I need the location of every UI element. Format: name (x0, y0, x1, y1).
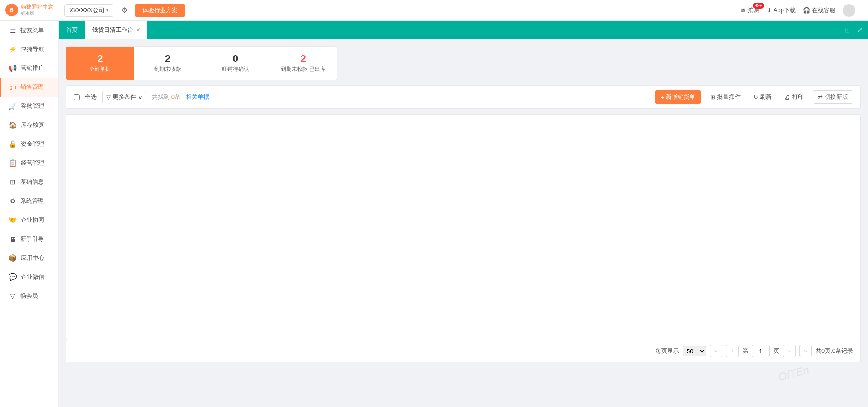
stat-card-shipped[interactable]: 2 到期未收款 已出库 (269, 47, 337, 80)
app-download-label: App下载 (774, 6, 796, 14)
workbench-tab-label: 钱货日清工作台 (92, 26, 133, 34)
pagination-bar: 每页显示 50 100 200 « ‹ 第 页 › » 共0页,0条记录 (66, 340, 861, 362)
company-selector[interactable]: XXXXXX公司 ▾ (64, 4, 113, 17)
header-right: ✉ 消息 99+ ⬇ App下载 🎧 在线客服 (741, 4, 863, 17)
finance-icon: 🔒 (9, 140, 17, 148)
filter-chevron-icon: ∨ (138, 94, 142, 101)
filter-label: 更多条件 (113, 93, 136, 101)
settings-icon[interactable]: ⚙ (117, 3, 132, 18)
stat-card-wangpu[interactable]: 0 旺铺待确认 (202, 47, 270, 80)
app-center-icon: 📦 (9, 254, 17, 262)
stat-num-overdue: 2 (143, 53, 193, 65)
tab-expand-icon[interactable]: ⤢ (855, 24, 864, 35)
stats-cards: 2 全部单据 2 到期未收款 0 旺铺待确认 2 到期未收款 已出库 (66, 46, 337, 80)
toolbar-left: 全选 ▽ 更多条件 ∨ 共找到 0条 相关单据 (74, 91, 649, 103)
switch-version-button[interactable]: ⇄ 切换新版 (813, 90, 853, 104)
sidebar-label-vip: 畅会员 (20, 292, 38, 300)
vip-icon: ▽ (9, 292, 17, 300)
sidebar-item-basic-info[interactable]: ⊞ 基础信息 (0, 173, 58, 192)
stat-label-all: 全部单据 (75, 65, 125, 73)
select-all-checkbox[interactable] (74, 94, 80, 100)
sidebar-item-app-center[interactable]: 📦 应用中心 (0, 248, 58, 267)
sidebar-item-system[interactable]: ⚙ 系统管理 (0, 192, 58, 211)
app-download-action[interactable]: ⬇ App下载 (767, 6, 796, 14)
page-last-button[interactable]: » (799, 345, 812, 357)
message-icon: ✉ (741, 7, 746, 14)
related-orders-link[interactable]: 相关单据 (186, 93, 209, 101)
sidebar-label-purchase: 采购管理 (21, 102, 44, 110)
basic-info-icon: ⊞ (9, 178, 17, 186)
sidebar-item-operations[interactable]: 📋 经营管理 (0, 154, 58, 173)
refresh-button[interactable]: ↻ 刷新 (750, 91, 775, 103)
chevron-down-icon: ▾ (106, 8, 108, 13)
sidebar-label-sales: 销售管理 (20, 83, 44, 91)
sidebar-label-operations: 经营管理 (21, 159, 44, 167)
page-prev-button[interactable]: ‹ (726, 345, 739, 357)
avatar[interactable] (843, 4, 855, 17)
sidebar-item-quick-nav[interactable]: ⚡ 快捷导航 (0, 40, 58, 59)
logo-sub: 标准版 (21, 10, 53, 17)
close-tab-icon[interactable]: ✕ (136, 27, 140, 33)
stat-label-overdue: 到期未收款 (143, 65, 193, 73)
add-order-button[interactable]: + 新增销货单 (655, 90, 701, 104)
sidebar-item-purchase[interactable]: 🛒 采购管理 (0, 97, 58, 116)
toolbar: 全选 ▽ 更多条件 ∨ 共找到 0条 相关单据 + 新增销货单 ⊞ 批量操作 ↻ (66, 85, 861, 109)
sidebar-item-wechat[interactable]: 💬 企业微信 (0, 267, 58, 286)
sidebar-label-guide: 新手引导 (20, 235, 44, 243)
sidebar-item-sales[interactable]: 🏷 销售管理 (0, 78, 58, 97)
company-name: XXXXXX公司 (69, 6, 104, 14)
table-area (66, 114, 861, 340)
stat-num-all: 2 (75, 53, 125, 65)
enterprise-icon: 🤝 (9, 216, 17, 224)
page-input[interactable] (752, 345, 770, 357)
headset-icon: 🎧 (803, 7, 810, 14)
tab-minimize-icon[interactable]: ⊡ (843, 24, 852, 35)
nav-tab-workbench[interactable]: 钱货日清工作台 ✕ (85, 21, 147, 39)
nav-tab-home[interactable]: 首页 (59, 21, 85, 39)
refresh-label: 刷新 (760, 93, 772, 101)
nav-tabs-bar: 首页 钱货日清工作台 ✕ ⊡ ⤢ (59, 21, 868, 39)
stat-label-wangpu: 旺铺待确认 (211, 65, 260, 73)
sidebar-item-enterprise[interactable]: 🤝 企业协同 (0, 211, 58, 229)
stat-num-wangpu: 0 (211, 53, 260, 65)
system-icon: ⚙ (9, 197, 17, 205)
purchase-icon: 🛒 (9, 102, 17, 110)
guide-icon: 🖥 (9, 235, 17, 243)
page-label: 第 (742, 347, 748, 355)
sidebar-item-finance[interactable]: 🔒 资金管理 (0, 135, 58, 154)
page-next-button[interactable]: › (783, 345, 796, 357)
stat-card-all[interactable]: 2 全部单据 (66, 47, 134, 80)
per-page-select[interactable]: 50 100 200 (683, 346, 706, 356)
filter-button[interactable]: ▽ 更多条件 ∨ (102, 91, 146, 103)
print-button[interactable]: 🖨 打印 (781, 91, 807, 103)
sidebar-label-marketing: 营销推广 (21, 64, 44, 72)
trial-button[interactable]: 体验行业方案 (135, 4, 185, 17)
search-menu-icon: ☰ (9, 26, 17, 34)
wechat-icon: 💬 (9, 273, 17, 281)
sidebar-label-finance: 资金管理 (21, 140, 44, 148)
result-text: 共找到 0条 (152, 93, 180, 101)
online-service-action[interactable]: 🎧 在线客服 (803, 6, 835, 14)
sidebar-item-marketing[interactable]: 📢 营销推广 (0, 59, 58, 78)
main-content: 2 全部单据 2 到期未收款 0 旺铺待确认 2 到期未收款 已出库 全选 ▽ … (59, 39, 868, 407)
online-service-label: 在线客服 (812, 6, 835, 14)
sidebar-label-enterprise: 企业协同 (21, 216, 44, 224)
sidebar-item-inventory[interactable]: 🏠 库存核算 (0, 116, 58, 135)
operations-icon: 📋 (9, 159, 17, 167)
download-icon: ⬇ (767, 7, 772, 14)
quick-nav-icon: ⚡ (9, 45, 17, 53)
sidebar-label-quick-nav: 快捷导航 (21, 45, 44, 53)
add-icon: + (660, 94, 664, 101)
stat-label-shipped: 到期未收款 已出库 (278, 65, 328, 73)
sidebar-item-search[interactable]: ☰ 搜索菜单 (0, 21, 58, 40)
page-first-button[interactable]: « (710, 345, 722, 357)
stat-card-overdue[interactable]: 2 到期未收款 (134, 47, 202, 80)
sidebar-label-wechat: 企业微信 (21, 273, 44, 281)
message-action[interactable]: ✉ 消息 99+ (741, 6, 760, 14)
top-header: 6 畅捷通好生意 标准版 XXXXXX公司 ▾ ⚙ 体验行业方案 ✉ 消息 99… (0, 0, 868, 21)
sidebar-label-basic-info: 基础信息 (20, 178, 44, 186)
batch-action-button[interactable]: ⊞ 批量操作 (707, 91, 744, 103)
sidebar-item-guide[interactable]: 🖥 新手引导 (0, 229, 58, 248)
sidebar-item-vip[interactable]: ▽ 畅会员 (0, 286, 58, 305)
total-info: 共0页,0条记录 (816, 347, 853, 355)
